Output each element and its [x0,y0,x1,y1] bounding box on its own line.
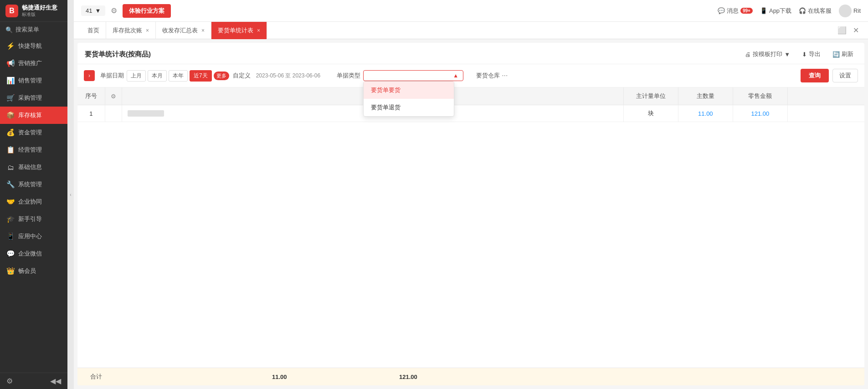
footer-amount: 121.00 [344,374,473,380]
tab-receive-summary[interactable]: 收发存汇总表 × [156,22,211,39]
refresh-btn[interactable]: 🔄 刷新 [829,48,857,60]
td-seq: 1 [77,105,105,122]
search-menu[interactable]: 🔍 搜索菜单 [0,22,67,37]
order-type-dropdown: 要货单要货 要货单退货 [363,81,454,117]
tab-receive-summary-close[interactable]: × [201,27,205,34]
tabs-maximize-icon[interactable]: ⬜ [836,24,848,36]
date-range-display: 2023-05-06 至 2023-06-06 [256,72,320,80]
filter-expand-btn[interactable]: › [84,70,95,81]
table-container[interactable]: 序号 ⚙ 商品 主计量单位 主数量 零售金额 1 [77,87,864,368]
search-icon: 🔍 [5,26,13,33]
page-actions: 🖨 按模板打印 ▼ ⬇ 导出 🔄 刷新 [741,48,857,60]
headset-icon: 🎧 [799,7,806,14]
page-title: 要货单统计表(按商品) [85,50,151,59]
tab-count: 41 [86,7,92,14]
message-icon: 💬 [718,7,725,14]
td-row-settings [105,105,122,122]
date-badge-more[interactable]: 更多 [214,72,229,80]
date-btn-last7days[interactable]: 近7天 [190,70,212,82]
order-type-group: 单据类型 ▲ 要货单要货 要货单退货 [337,70,463,81]
footer-qty: 11.00 [215,374,344,380]
header-settings-icon[interactable]: ⚙ [111,6,117,15]
td-extra [787,105,864,122]
table-row: 1 块 11.00 121.00 [77,105,864,122]
settings-bottom-icon[interactable]: ⚙ [6,377,13,385]
sidebar-item-member[interactable]: 👑 畅会员 [0,262,67,280]
logo-icon: B [5,5,18,17]
filter-bar: › 单据日期 上月 本月 本年 近7天 更多 自定义 2023-05-06 至 … [77,64,864,87]
sidebar-item-quick-nav[interactable]: ⚡ 快捷导航 [0,37,67,55]
sidebar-item-enterprise[interactable]: 🤝 企业协同 [0,193,67,210]
sidebar-item-operations[interactable]: 📋 经营管理 [0,141,67,159]
username-label: Rit [853,7,861,14]
amount-link[interactable]: 121.00 [751,110,769,117]
chevron-up-icon: ▲ [453,72,458,79]
sidebar-item-wechat[interactable]: 💬 企业微信 [0,245,67,262]
sidebar-collapse-handle[interactable]: ‹ [67,0,74,389]
warehouse-more-icon[interactable]: ··· [502,72,508,80]
table-header-row: 序号 ⚙ 商品 主计量单位 主数量 零售金额 [77,87,864,105]
sidebar-item-marketing[interactable]: 📢 营销推广 [0,55,67,72]
quick-nav-icon: ⚡ [6,42,15,50]
filter-action-btns: 查询 设置 [801,69,858,82]
export-btn[interactable]: ⬇ 导出 [798,48,824,60]
data-table: 序号 ⚙ 商品 主计量单位 主数量 零售金额 1 [77,87,864,122]
sidebar-item-system[interactable]: 🔧 系统管理 [0,176,67,193]
th-settings[interactable]: ⚙ [105,87,122,105]
query-btn[interactable]: 查询 [801,69,829,82]
sidebar-item-finance[interactable]: 💰 资金管理 [0,124,67,141]
main-area: 41 ▼ ⚙ 体验行业方案 💬 消息 99+ 📱 App下载 🎧 在线客服 Ri… [74,0,868,389]
tabs-close-all-icon[interactable]: ✕ [851,24,861,36]
refresh-icon: 🔄 [832,51,840,58]
date-filter-group: 单据日期 上月 本月 本年 近7天 更多 自定义 [100,70,251,82]
date-custom-label[interactable]: 自定义 [233,72,251,80]
messages-btn[interactable]: 💬 消息 99+ [718,7,753,15]
qty-link[interactable]: 11.00 [698,110,713,117]
date-btn-this-month[interactable]: 本月 [148,70,167,82]
sidebar-item-inventory[interactable]: 📦 库存核算 [0,107,67,124]
tab-count-selector[interactable]: 41 ▼ [81,5,105,16]
collapse-icon[interactable]: ◀◀ [50,377,61,385]
date-btn-this-year[interactable]: 本年 [169,70,188,82]
phone-icon: 📱 [760,7,767,14]
td-unit: 块 [623,105,678,122]
tabs-bar-right: ⬜ ✕ [836,24,861,36]
tab-order-summary[interactable]: 要货单统计表 × [211,22,267,39]
sidebar-item-guide[interactable]: 🎓 新手引导 [0,210,67,228]
app-logo: B 畅捷通好生意 标准版 [0,0,67,22]
basic-icon: 🗂 [6,164,15,171]
sidebar-item-sales[interactable]: 📊 销售管理 [0,72,67,89]
sidebar-item-purchase[interactable]: 🛒 采购管理 [0,89,67,107]
user-avatar-btn[interactable]: Rit [839,5,861,17]
chevron-down-icon-print: ▼ [784,51,790,58]
sidebar-item-basic[interactable]: 🗂 基础信息 [0,159,67,176]
trial-btn[interactable]: 体验行业方案 [123,4,171,18]
date-btn-last-month[interactable]: 上月 [127,70,146,82]
th-seq: 序号 [77,87,105,105]
guide-icon: 🎓 [6,215,15,223]
inventory-icon: 📦 [6,111,15,119]
dropdown-item-order-goods[interactable]: 要货单要货 [364,82,454,99]
tab-order-summary-close[interactable]: × [257,27,260,34]
settings-btn[interactable]: 设置 [832,69,858,82]
table-footer: 合计 11.00 121.00 [77,368,864,385]
sidebar-item-app-center[interactable]: 📱 应用中心 [0,228,67,245]
tab-batch-account-close[interactable]: × [146,27,149,34]
order-type-select-wrapper: ▲ 要货单要货 要货单退货 [363,70,463,81]
th-amount: 零售金额 [733,87,787,105]
order-type-select[interactable]: ▲ [363,70,463,81]
column-settings-icon[interactable]: ⚙ [111,93,116,100]
online-service-btn[interactable]: 🎧 在线客服 [799,7,832,15]
th-unit: 主计量单位 [623,87,678,105]
page-header: 要货单统计表(按商品) 🖨 按模板打印 ▼ ⬇ 导出 🔄 刷新 [77,43,864,64]
dropdown-item-order-return[interactable]: 要货单退货 [364,99,454,116]
tab-home[interactable]: 首页 [81,22,106,39]
tab-batch-account[interactable]: 库存批次账 × [106,22,156,39]
print-btn[interactable]: 🖨 按模板打印 ▼ [741,48,794,60]
logo-text: 畅捷通好生意 标准版 [22,4,57,18]
app-download-btn[interactable]: 📱 App下载 [760,7,791,15]
top-header: 41 ▼ ⚙ 体验行业方案 💬 消息 99+ 📱 App下载 🎧 在线客服 Ri… [74,0,868,22]
marketing-icon: 📢 [6,59,15,67]
product-name-main [128,110,164,117]
sales-icon: 📊 [6,77,15,85]
